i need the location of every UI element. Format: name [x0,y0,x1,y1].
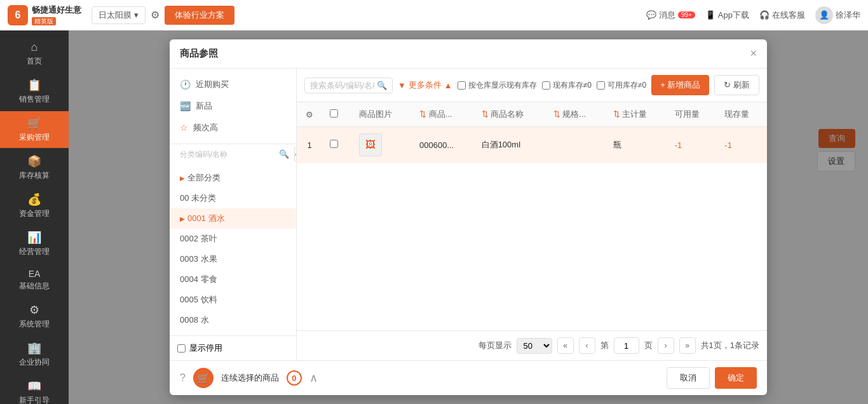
gear-icon[interactable]: ⚙ [151,9,159,21]
filter-check1: 按仓库显示现有库存 [458,80,537,91]
add-product-button[interactable]: + 新增商品 [651,75,709,95]
category-0008[interactable]: 0008 水 [170,310,296,330]
sidebar-item-operations[interactable]: 📊 经营管理 [0,226,69,262]
sidebar-item-guide[interactable]: 📖 新手引导 [0,374,69,404]
last-page-button[interactable]: » [679,337,696,354]
col-code[interactable]: ⇅ 商品... [412,102,474,127]
page-suffix: 页 [644,340,653,351]
help-icon[interactable]: ? [180,372,186,384]
filter-more-button[interactable]: ▼ 更多条件 ▲ [398,79,452,91]
category-all[interactable]: ▶ 全部分类 [170,168,296,188]
new-products-tab[interactable]: 🆕 新品 [170,95,296,117]
page-number-input[interactable] [614,337,639,354]
sort-icon: ⇅ [553,109,560,119]
expand-icon[interactable]: ∧ [309,371,318,385]
next-page-button[interactable]: › [658,337,674,354]
close-icon[interactable]: × [750,47,757,60]
category-search-input[interactable] [180,150,275,159]
col-spec[interactable]: ⇅ 规格... [546,102,606,127]
refresh-button[interactable]: ↻ 刷新 [714,75,759,95]
col-unit[interactable]: ⇅ 主计量 [606,102,667,127]
sidebar-item-home[interactable]: ⌂ 首页 [0,36,69,72]
continuous-select-label: 连续选择的商品 [221,372,279,384]
sidebar-item-label: 系统管理 [19,319,50,330]
cart-count: 0 [287,370,302,386]
app-download-nav-item[interactable]: 📱 App下载 [705,10,749,21]
pagination-bar: 每页显示 50 20 100 « ‹ 第 页 › [297,330,767,360]
search-icon: 🔍 [279,149,289,159]
sidebar-item-inventory[interactable]: 📦 库存核算 [0,149,69,186]
logo-text: 畅捷通好生意 精英版 [32,4,81,26]
confirm-button[interactable]: 确定 [715,367,757,389]
sidebar-item-label: 采购管理 [19,132,50,143]
sidebar-item-finance[interactable]: 💰 资金管理 [0,187,69,224]
category-0005[interactable]: 0005 饮料 [170,290,296,310]
category-00[interactable]: 00 未分类 [170,188,296,208]
sidebar-item-label: 库存核算 [19,170,50,181]
top-nav: 6 畅捷通好生意 精英版 日太阳膜 ▾ ⚙ 体验行业方案 💬 消息 99+ 📱 … [0,0,868,30]
sort-icon: ⇅ [419,109,426,119]
col-config[interactable]: ⚙ [297,102,322,127]
category-0003[interactable]: 0003 水果 [170,249,296,269]
product-search-input[interactable] [310,81,374,90]
trial-button[interactable]: 体验行业方案 [165,6,234,25]
cell-stock: -1 [717,127,767,163]
per-page-label: 每页显示 [478,340,512,351]
sidebar-item-purchase[interactable]: 🛒 采购管理 [0,111,69,148]
category-0010[interactable]: 0010 家电 [170,330,296,335]
chevron-down-icon: ▾ [134,10,139,20]
logo-area: 6 畅捷通好生意 精英版 [8,4,81,26]
category-0001[interactable]: ▶ 0001 酒水 [170,208,296,229]
select-all-checkbox[interactable] [330,109,338,118]
filter-actions: + 新增商品 ↻ 刷新 [651,75,759,95]
product-thumbnail: 🖼 [359,133,382,156]
sidebar-item-basics[interactable]: EA 基础信息 [0,264,69,297]
left-panel-tabs: 🕐 近期购买 🆕 新品 ☆ 频次高 [170,69,296,144]
left-panel: 🕐 近期购买 🆕 新品 ☆ 频次高 [170,69,297,360]
sidebar-item-label: 首页 [27,56,42,67]
modal-title: 商品参照 [180,48,218,60]
message-nav-item[interactable]: 💬 消息 99+ [646,10,695,21]
arrow-icon: ▶ [180,175,185,182]
per-page-select[interactable]: 50 20 100 [517,338,552,354]
cart-icon[interactable]: 🛒 [193,368,214,388]
recent-tab[interactable]: 🕐 近期购买 [170,74,296,95]
frequent-tab[interactable]: ☆ 频次高 [170,117,296,138]
col-name[interactable]: ⇅ 商品名称 [474,102,546,127]
online-service-nav-item[interactable]: 🎧 在线客服 [759,10,805,21]
sidebar-item-system[interactable]: ⚙ 系统管理 [0,298,69,335]
table-row[interactable]: 1 🖼 [297,127,767,163]
category-search[interactable]: 🔍 [175,147,294,161]
first-page-button[interactable]: « [557,337,574,354]
warehouse-stock-checkbox[interactable] [458,81,466,90]
system-icon: ⚙ [29,303,39,317]
user-profile[interactable]: 👤 徐泽华 [815,6,860,24]
category-0002[interactable]: 0002 茶叶 [170,229,296,249]
sidebar-item-enterprise[interactable]: 🏢 企业协同 [0,336,69,373]
nav-selector[interactable]: 日太阳膜 ▾ [92,6,146,24]
arrow-icon: ▶ [180,215,185,222]
modal-overlay: 商品参照 × 🕐 近期购买 🆕 [69,30,868,404]
modal-header: 商品参照 × [170,39,767,69]
available-nonzero-checkbox[interactable] [597,81,605,90]
show-disabled-label: 显示停用 [189,342,222,354]
home-icon: ⌂ [31,41,38,54]
cancel-button[interactable]: 取消 [667,367,710,389]
sales-icon: 📋 [27,78,41,92]
operations-icon: 📊 [27,231,41,245]
modal-body: 🕐 近期购买 🆕 新品 ☆ 频次高 [170,69,767,360]
prev-page-button[interactable]: ‹ [579,337,595,354]
sort-icon: ⇅ [613,109,620,119]
category-0004[interactable]: 0004 零食 [170,269,296,290]
sidebar-item-sales[interactable]: 📋 销售管理 [0,73,69,110]
chevron-up-icon: ▲ [444,81,452,90]
nonzero-stock-checkbox[interactable] [542,81,550,90]
search-icon: 🔍 [377,81,387,90]
cell-check[interactable] [322,127,351,163]
col-check[interactable] [322,102,351,127]
col-image: 商品图片 [351,102,412,127]
product-reference-modal: 商品参照 × 🕐 近期购买 🆕 [170,39,767,395]
show-disabled-checkbox[interactable] [177,344,186,353]
product-search-box[interactable]: 🔍 [304,77,393,93]
row-checkbox[interactable] [330,140,338,148]
